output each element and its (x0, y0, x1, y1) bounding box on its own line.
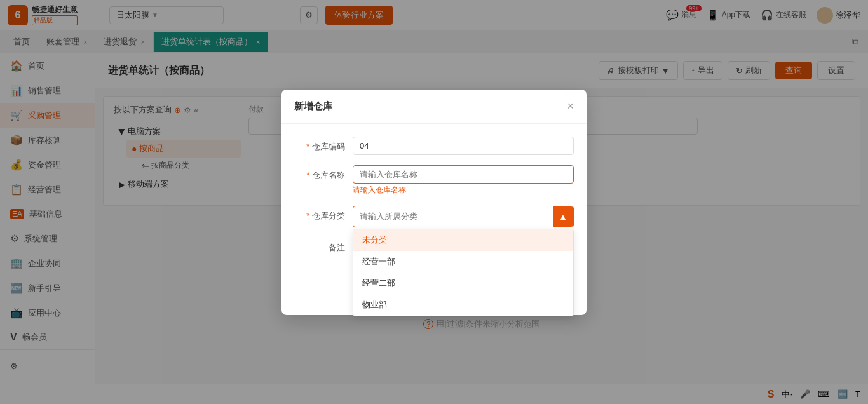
category-input-container: ▲ (353, 206, 574, 227)
field-row-category: * 仓库分类 ▲ 未分类 经营一部 经营二部 物业部 (294, 206, 574, 227)
modal-dialog: 新增仓库 × * 仓库编码 * 仓库名称 (281, 90, 587, 315)
dropdown-item-dept2[interactable]: 经营二部 (353, 273, 573, 294)
category-input[interactable] (353, 208, 553, 225)
modal-close-btn[interactable]: × (567, 100, 574, 113)
notes-label: 备注 (294, 238, 345, 253)
category-dropdown: 未分类 经营一部 经营二部 物业部 (353, 229, 574, 316)
modal-title: 新增仓库 (294, 100, 332, 112)
dropdown-item-none[interactable]: 未分类 (353, 229, 573, 251)
name-input-wrap: 请输入仓库名称 (353, 165, 574, 196)
dropdown-item-dept1[interactable]: 经营一部 (353, 251, 573, 273)
category-input-wrap: ▲ 未分类 经营一部 经营二部 物业部 (353, 206, 574, 227)
category-toggle-btn[interactable]: ▲ (553, 206, 573, 227)
code-label: * 仓库编码 (294, 137, 345, 152)
name-label: * 仓库名称 (294, 165, 345, 181)
code-input[interactable] (353, 137, 574, 155)
required-star-code: * (306, 142, 309, 151)
category-label: * 仓库分类 (294, 206, 345, 222)
code-input-wrap (353, 137, 574, 155)
required-star-category: * (306, 211, 309, 220)
field-row-name: * 仓库名称 请输入仓库名称 (294, 165, 574, 196)
field-row-code: * 仓库编码 (294, 137, 574, 155)
modal-overlay[interactable]: 新增仓库 × * 仓库编码 * 仓库名称 (0, 0, 868, 404)
dropdown-item-property[interactable]: 物业部 (353, 294, 573, 316)
modal-header: 新增仓库 × (281, 90, 587, 124)
chevron-up-icon: ▲ (559, 212, 567, 222)
modal-body: * 仓库编码 * 仓库名称 请输入仓库名称 (281, 124, 587, 279)
name-error-msg: 请输入仓库名称 (353, 185, 574, 196)
required-star-name: * (306, 170, 309, 180)
name-input[interactable] (353, 165, 574, 184)
